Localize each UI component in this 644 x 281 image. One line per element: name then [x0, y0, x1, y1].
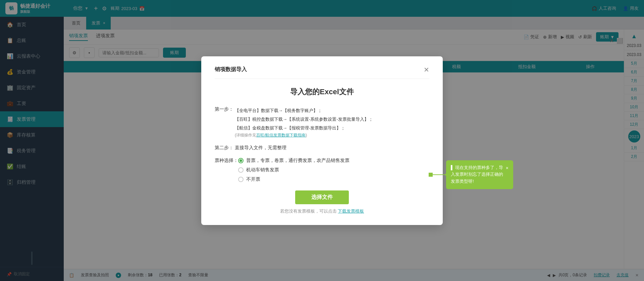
step1-line-3: 【航信】金税盘数据下载→【报税管理-发票数据导出】；	[235, 124, 373, 132]
step1-detail: (详细操作见百旺/航信发票数据下载指南)	[235, 132, 373, 138]
tooltip-text: ▌	[451, 165, 454, 170]
ticket-section: 票种选择： 普票，专票，卷票，通行费发票，农产品销售发票 机动车销售发票	[215, 158, 429, 182]
step2-content: 直接导入文件，无需整理	[235, 145, 286, 151]
step1-line-1: 【全电平台】数据下载→【税务数字账户】；	[235, 106, 373, 115]
select-file-button[interactable]: 选择文件	[295, 190, 349, 204]
step1-label: 第一步：	[215, 106, 235, 112]
download-guide-link[interactable]: 百旺/航信发票数据下载指南	[256, 133, 306, 137]
step2-block: 第二步： 直接导入文件，无需整理	[215, 145, 429, 151]
radio-normal-circle[interactable]	[238, 158, 244, 163]
radio-noticket-label: 不开票	[246, 176, 260, 182]
radio-car-label: 机动车销售发票	[246, 167, 279, 173]
tooltip-container: × ▌ 现在支持的票种多了，导入发票时别忘了选择正确的发票类型呀!	[429, 160, 513, 189]
tooltip-bubble: × ▌ 现在支持的票种多了，导入发票时别忘了选择正确的发票类型呀!	[446, 160, 513, 189]
step1-content: 【全电平台】数据下载→【税务数字账户】； 【百旺】税控盘数据下载→【系统设置-系…	[235, 106, 373, 138]
modal-header: 销项数据导入 ✕	[215, 66, 429, 79]
modal-footer-note: 若您没有发票模板，可以点击 下载发票模板	[215, 208, 429, 214]
radio-normal-dot	[239, 159, 242, 162]
tooltip-message: 现在支持的票种多了，导入发票时别忘了选择正确的发票类型呀!	[451, 165, 503, 184]
modal-overlay: 销项数据导入 ✕ 导入您的Excel文件 第一步： 【全电平台】数据下载→【税务…	[0, 0, 644, 281]
radio-normal-label: 普票，专票，卷票，通行费发票，农产品销售发票	[246, 158, 350, 164]
radio-group: 普票，专票，卷票，通行费发票，农产品销售发票 机动车销售发票 不开票	[238, 158, 350, 182]
ticket-label: 票种选择：	[215, 158, 238, 164]
radio-normal[interactable]: 普票，专票，卷票，通行费发票，农产品销售发票	[238, 158, 350, 164]
tooltip-connector-dot	[429, 173, 433, 177]
modal-title: 销项数据导入	[215, 66, 247, 73]
modal-inner-title: 导入您的Excel文件	[215, 87, 429, 97]
radio-car-circle[interactable]	[238, 167, 244, 173]
step1-line-2: 【百旺】税控盘数据下载→【系统设置-系统参数设置-发票批量导入】；	[235, 115, 373, 124]
tooltip-close-btn[interactable]: ×	[506, 164, 508, 172]
radio-noticket[interactable]: 不开票	[238, 176, 350, 182]
modal-close-btn[interactable]: ✕	[424, 66, 429, 74]
download-template-link[interactable]: 下载发票模板	[338, 209, 364, 214]
radio-car[interactable]: 机动车销售发票	[238, 167, 350, 173]
import-modal: 销项数据导入 ✕ 导入您的Excel文件 第一步： 【全电平台】数据下载→【税务…	[201, 56, 443, 225]
step2-label: 第二步：	[215, 145, 235, 151]
radio-noticket-circle[interactable]	[238, 177, 244, 182]
step1-block: 第一步： 【全电平台】数据下载→【税务数字账户】； 【百旺】税控盘数据下载→【系…	[215, 106, 429, 138]
